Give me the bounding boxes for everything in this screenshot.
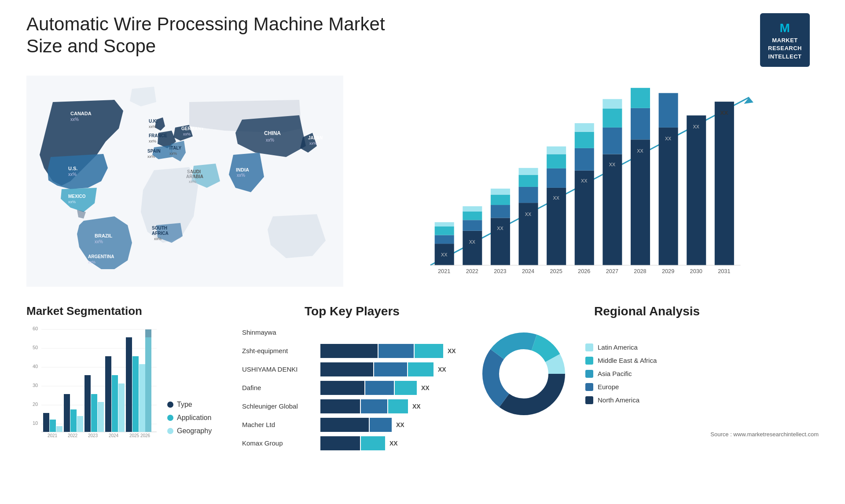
segmentation-title: Market Segmentation xyxy=(26,304,229,318)
svg-text:2029: 2029 xyxy=(662,267,674,274)
svg-rect-49 xyxy=(519,187,538,203)
bar-seg-3 xyxy=(415,344,443,358)
svg-text:2026: 2026 xyxy=(140,433,151,438)
legend-dot-geography xyxy=(167,428,173,434)
svg-marker-32 xyxy=(744,97,753,104)
svg-rect-108 xyxy=(64,394,70,432)
logo-icon: M xyxy=(768,19,802,37)
svg-rect-77 xyxy=(715,102,734,265)
svg-rect-60 xyxy=(575,131,594,148)
player-bar-wrap: XX xyxy=(320,344,462,358)
svg-rect-73 xyxy=(659,93,678,127)
segmentation-area: Market Segmentation 60 50 40 30 20 10 xyxy=(26,304,229,448)
region-color-latin-america xyxy=(585,343,593,351)
svg-text:2025: 2025 xyxy=(129,433,140,438)
player-row-macher: Macher Ltd XX xyxy=(242,418,462,432)
svg-rect-61 xyxy=(575,123,594,132)
bottom-section: Market Segmentation 60 50 40 30 20 10 xyxy=(26,304,819,455)
svg-rect-70 xyxy=(631,88,650,108)
region-color-europe xyxy=(585,383,593,391)
svg-text:2024: 2024 xyxy=(522,267,534,274)
svg-text:xx%: xx% xyxy=(95,239,103,244)
svg-point-134 xyxy=(500,350,548,398)
svg-rect-121 xyxy=(132,356,139,432)
svg-text:XX: XX xyxy=(720,109,728,116)
logo-line2: RESEARCH xyxy=(768,45,802,51)
svg-text:20: 20 xyxy=(33,402,38,407)
svg-text:xx%: xx% xyxy=(169,151,177,156)
svg-rect-41 xyxy=(463,206,482,212)
svg-text:xx%: xx% xyxy=(237,173,245,178)
bar-seg-2 xyxy=(365,381,394,395)
donut-chart-wrapper xyxy=(475,325,572,422)
svg-text:XX: XX xyxy=(525,211,531,216)
svg-text:MEXICO: MEXICO xyxy=(68,194,86,199)
svg-text:xx%: xx% xyxy=(88,260,96,264)
svg-text:FRANCE: FRANCE xyxy=(149,133,167,138)
svg-rect-50 xyxy=(519,175,538,186)
region-color-north-america xyxy=(585,396,593,404)
svg-rect-36 xyxy=(435,222,454,226)
player-value: XX xyxy=(421,384,430,391)
regional-legend: Latin America Middle East & Africa Asia … xyxy=(585,343,657,404)
player-value: XX xyxy=(448,347,456,354)
svg-rect-45 xyxy=(491,194,510,205)
svg-rect-113 xyxy=(91,394,97,432)
svg-text:2025: 2025 xyxy=(550,267,562,274)
country-value-canada: xx% xyxy=(70,117,79,122)
regional-legend-asia-pacific: Asia Pacific xyxy=(585,370,657,378)
logo-line3: INTELLECT xyxy=(768,53,802,60)
logo-area: M MARKET RESEARCH INTELLECT xyxy=(760,13,810,67)
svg-rect-35 xyxy=(435,226,454,235)
country-label-canada: CANADA xyxy=(70,111,92,116)
bar-seg-2 xyxy=(361,399,387,413)
svg-text:XX: XX xyxy=(693,124,699,129)
player-row-dafine: Dafine XX xyxy=(242,381,462,395)
svg-text:ARGENTINA: ARGENTINA xyxy=(88,254,114,259)
svg-text:2022: 2022 xyxy=(68,433,78,438)
bar-seg-1 xyxy=(320,381,364,395)
svg-rect-34 xyxy=(435,235,454,244)
svg-rect-56 xyxy=(547,146,566,154)
region-label-latin-america: Latin America xyxy=(598,343,638,351)
svg-rect-110 xyxy=(77,416,83,432)
svg-text:XX: XX xyxy=(553,195,559,201)
svg-rect-66 xyxy=(603,99,622,109)
svg-text:50: 50 xyxy=(33,345,38,350)
svg-rect-38 xyxy=(463,231,482,265)
svg-text:2022: 2022 xyxy=(466,267,478,274)
svg-text:2021: 2021 xyxy=(48,433,58,438)
svg-rect-58 xyxy=(575,170,594,265)
svg-rect-75 xyxy=(687,115,706,265)
svg-text:XX: XX xyxy=(581,178,587,183)
svg-text:AFRICA: AFRICA xyxy=(152,231,169,236)
bar-seg-3 xyxy=(408,362,434,376)
page-wrapper: Automatic Wire Processing Machine Market… xyxy=(0,0,845,504)
header: Automatic Wire Processing Machine Market… xyxy=(26,13,819,67)
svg-rect-69 xyxy=(631,108,650,139)
bar-seg-1 xyxy=(320,344,378,358)
bar-seg-2 xyxy=(378,344,414,358)
map-area: CANADA xx% U.S. xx% MEXICO xx% BRAZIL xx… xyxy=(26,76,343,287)
svg-text:XX: XX xyxy=(665,136,671,141)
svg-text:CHINA: CHINA xyxy=(264,130,281,136)
player-bar-wrap: XX xyxy=(320,399,462,413)
player-name: Schleuniger Global xyxy=(242,402,317,410)
legend-dot-application xyxy=(167,415,173,421)
player-value: XX xyxy=(412,403,421,410)
svg-text:INDIA: INDIA xyxy=(236,167,249,172)
player-row-ushiyama: USHIYAMA DENKI XX xyxy=(242,362,462,376)
player-value: XX xyxy=(389,440,398,447)
svg-text:40: 40 xyxy=(33,364,38,369)
player-bar xyxy=(320,436,385,450)
svg-rect-116 xyxy=(105,356,111,432)
page-title: Automatic Wire Processing Machine Market… xyxy=(26,13,422,58)
svg-text:xx%: xx% xyxy=(149,124,156,129)
svg-rect-63 xyxy=(603,154,622,265)
player-name: Dafine xyxy=(242,384,317,391)
svg-text:xx%: xx% xyxy=(309,141,317,146)
svg-text:2024: 2024 xyxy=(109,433,119,438)
svg-rect-114 xyxy=(98,402,104,432)
svg-rect-46 xyxy=(491,189,510,195)
svg-text:XX: XX xyxy=(469,239,475,245)
